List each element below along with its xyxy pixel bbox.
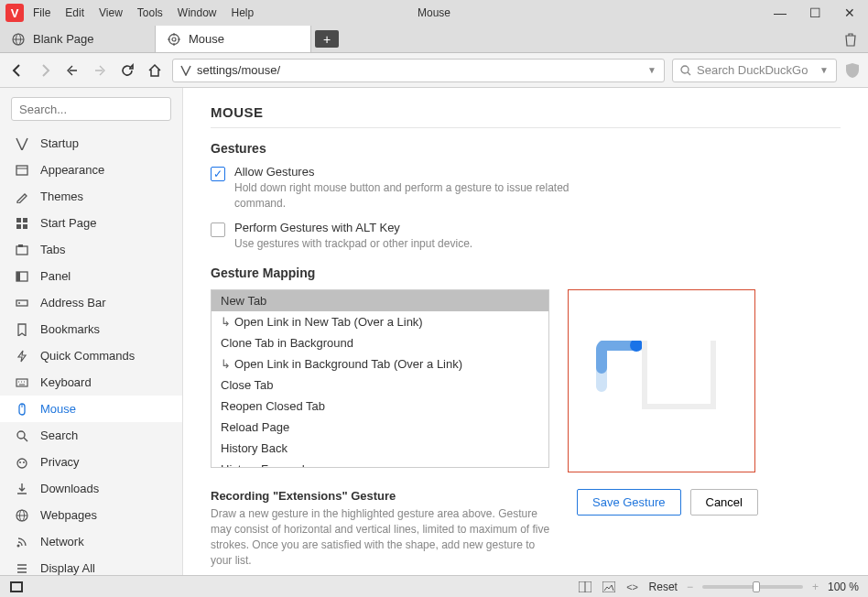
rewind-button[interactable] [62,60,82,81]
menu-view[interactable]: View [99,6,123,19]
svg-rect-45 [12,583,21,591]
sidebar-item-search[interactable]: Search [0,422,182,449]
save-gesture-button[interactable]: Save Gesture [577,489,681,516]
gesture-item[interactable]: History Forward [212,459,548,468]
svg-line-31 [24,438,27,441]
svg-rect-17 [16,246,27,255]
addressbar-icon [15,296,29,310]
sidebar-item-privacy[interactable]: Privacy [0,449,182,475]
menu-file[interactable]: File [33,6,50,19]
sidebar-item-label: Start Page [40,216,96,230]
settings-sidebar: StartupAppearanceThemesStart PageTabsPan… [0,88,183,575]
sidebar-item-label: Webpages [40,508,97,522]
sidebar-item-quick-commands[interactable]: Quick Commands [0,342,182,369]
zoom-level: 100 % [828,581,859,593]
sidebar-item-label: Bookmarks [40,322,100,336]
back-button[interactable] [7,60,27,81]
menu-help[interactable]: Help [232,6,255,19]
sidebar-item-webpages[interactable]: Webpages [0,502,182,528]
tab-label: Blank Page [33,32,94,46]
downloads-icon [15,482,29,496]
gear-icon [167,32,181,47]
sidebar-item-network[interactable]: Network [0,528,182,555]
svg-point-38 [17,544,20,547]
zoom-slider[interactable] [702,585,803,589]
search-engine-icon [680,65,691,76]
gesture-mapping-list[interactable]: New Tab↳Open Link in New Tab (Over a Lin… [211,289,549,468]
sidebar-item-tabs[interactable]: Tabs [0,236,182,263]
sidebar-item-start-page[interactable]: Start Page [0,210,182,236]
sidebar-item-downloads[interactable]: Downloads [0,475,182,502]
quick-icon [15,349,29,364]
reload-button[interactable] [117,60,137,81]
tab-mouse[interactable]: Mouse [156,26,311,52]
sidebar-item-mouse[interactable]: Mouse [0,396,182,422]
sidebar-item-label: Themes [40,190,83,203]
sidebar-item-display-all[interactable]: Display All [0,555,182,575]
alt-gestures-checkbox[interactable] [211,223,225,237]
sidebar-item-keyboard[interactable]: Keyboard [0,369,182,396]
forward-button[interactable] [35,60,55,81]
address-dropdown-icon[interactable]: ▼ [647,65,656,75]
sidebar-item-themes[interactable]: Themes [0,183,182,210]
gesture-item[interactable]: History Back [212,438,548,459]
address-bar[interactable]: settings/mouse/ ▼ [172,59,665,82]
sidebar-item-appearance[interactable]: Appearance [0,157,182,183]
displayall-icon [15,561,29,576]
svg-point-4 [172,38,176,41]
recording-desc: Draw a new gesture in the highlighted ge… [211,506,559,568]
close-window-button[interactable]: ✕ [842,5,857,20]
maximize-button[interactable]: ☐ [808,5,822,20]
gesture-item[interactable]: Clone Tab in Background [212,332,548,353]
tab-blank-page[interactable]: Blank Page [0,26,156,52]
settings-content[interactable]: MOUSE Gestures ✓ Allow Gestures Hold dow… [183,88,868,575]
search-dropdown-icon[interactable]: ▼ [819,65,829,75]
gesture-item[interactable]: ↳Open Link in New Tab (Over a Link) [212,311,548,332]
settings-search-input[interactable] [11,97,171,121]
sidebar-item-label: Quick Commands [40,349,135,363]
alt-gestures-label: Perform Gestures with ALT Key [234,221,472,234]
sidebar-item-startup[interactable]: Startup [0,130,182,157]
panel-toggle-icon[interactable] [9,581,24,593]
vivaldi-logo[interactable]: V [5,4,24,22]
sidebar-item-label: Search [40,429,78,442]
menu-edit[interactable]: Edit [65,6,84,19]
svg-rect-14 [23,218,27,223]
panel-icon [15,269,29,284]
image-toggle-icon[interactable] [602,581,616,593]
globe-icon [11,32,26,47]
new-tab-button[interactable]: + [315,30,339,48]
cancel-gesture-button[interactable]: Cancel [690,489,758,516]
sidebar-item-address-bar[interactable]: Address Bar [0,289,182,316]
gesture-recording-canvas[interactable] [568,289,755,472]
gesture-item[interactable]: Close Tab [212,374,548,396]
window-title: Mouse [418,6,450,19]
minimize-button[interactable]: — [773,5,787,20]
gesture-item[interactable]: Reopen Closed Tab [212,396,548,417]
address-url: settings/mouse/ [197,63,642,77]
privacy-icon [15,455,29,470]
svg-rect-11 [16,166,27,175]
allow-gestures-checkbox[interactable]: ✓ [211,167,225,181]
menu-window[interactable]: Window [178,6,217,19]
home-button[interactable] [145,60,165,81]
menu-tools[interactable]: Tools [137,6,163,19]
svg-line-10 [688,72,690,75]
tiling-icon[interactable] [578,581,592,593]
fast-forward-button[interactable] [90,60,110,81]
main-area: StartupAppearanceThemesStart PageTabsPan… [0,88,868,575]
svg-rect-20 [16,272,20,281]
ublock-shield-icon[interactable] [844,62,861,79]
search-field[interactable]: Search DuckDuckGo ▼ [672,59,837,82]
gesture-item[interactable]: New Tab [212,290,548,311]
zoom-reset-button[interactable]: Reset [649,581,678,593]
page-heading: MOUSE [211,104,841,120]
startpage-icon [15,216,29,231]
gesture-item[interactable]: Reload Page [212,417,548,438]
gesture-item[interactable]: ↳Open Link in Background Tab (Over a Lin… [212,353,548,374]
sidebar-item-bookmarks[interactable]: Bookmarks [0,316,182,342]
closed-tabs-trash-icon[interactable] [833,26,868,52]
page-actions-icon[interactable]: <> [625,581,640,593]
sidebar-item-panel[interactable]: Panel [0,263,182,289]
sidebar-item-label: Panel [40,269,71,283]
